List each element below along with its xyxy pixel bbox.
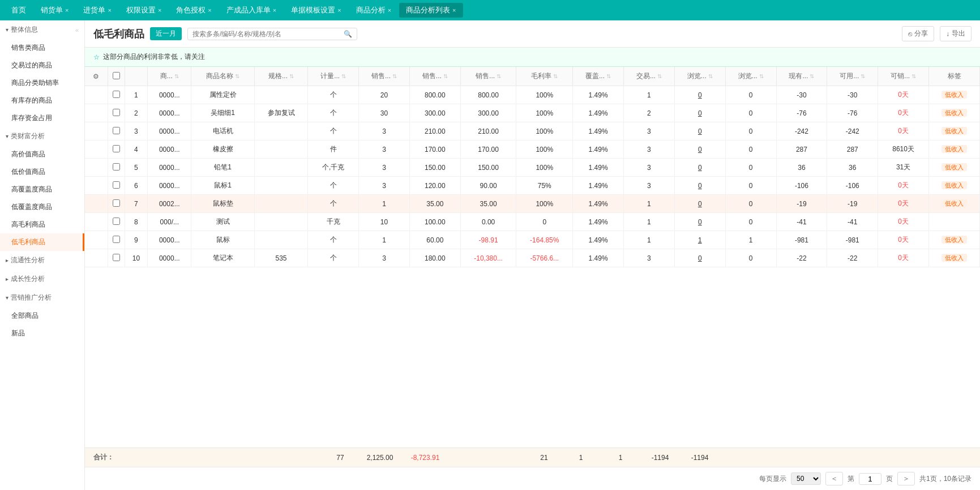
checkbox-cell[interactable]	[108, 249, 125, 267]
browse1-cell[interactable]: 0	[674, 213, 725, 231]
row-checkbox[interactable]	[113, 181, 120, 189]
export-button[interactable]: ↓ 导出	[940, 26, 972, 41]
col-header-name[interactable]: 商品名称⇅	[191, 67, 255, 86]
nav-purchase-order[interactable]: 进货单 ×	[76, 3, 118, 18]
sidebar-group-overall[interactable]: ▾ 整体信息 «	[0, 20, 84, 39]
prev-page-button[interactable]: ＜	[825, 472, 843, 485]
sidebar-group-growth[interactable]: ▸ 成长性分析	[0, 270, 84, 288]
nav-home[interactable]: 首页	[5, 3, 33, 18]
search-icon[interactable]: 🔍	[344, 30, 352, 38]
checkbox-cell[interactable]	[108, 231, 125, 249]
close-icon[interactable]: ×	[452, 7, 456, 14]
checkbox-cell[interactable]	[108, 86, 125, 104]
sidebar-item-capital-usage[interactable]: 库存资金占用	[0, 109, 84, 127]
col-header-spec[interactable]: 规格...⇅	[254, 67, 307, 86]
col-header-days[interactable]: 可销...⇅	[878, 67, 929, 86]
browse1-cell[interactable]: 0	[674, 159, 725, 177]
checkbox-cell[interactable]	[108, 159, 125, 177]
checkbox-cell[interactable]	[108, 177, 125, 195]
filter-recent-month-button[interactable]: 近一月	[150, 27, 182, 40]
checkbox-cell[interactable]	[108, 140, 125, 159]
col-header-gross-rate[interactable]: 毛利率⇅	[516, 67, 573, 86]
row-checkbox[interactable]	[113, 163, 120, 171]
col-header-sales-profit[interactable]: 销售...⇅	[460, 67, 516, 86]
col-header-transactions[interactable]: 交易...⇅	[623, 67, 674, 86]
sidebar-item-high-margin[interactable]: 高毛利商品	[0, 216, 84, 233]
browse1-cell[interactable]: 0	[674, 177, 725, 195]
sidebar-item-low-coverage[interactable]: 低覆盖度商品	[0, 198, 84, 216]
settings-cell	[85, 159, 108, 177]
browse1-cell[interactable]: 0	[674, 122, 725, 140]
sidebar-item-stocked-goods[interactable]: 有库存的商品	[0, 92, 84, 109]
sidebar-item-sales-goods[interactable]: 销售类商品	[0, 39, 84, 57]
sidebar-item-high-value[interactable]: 高价值商品	[0, 146, 84, 163]
row-checkbox[interactable]	[113, 127, 120, 134]
low-income-tag: 低收入	[942, 91, 967, 99]
sidebar-group-liquidity[interactable]: ▸ 流通性分析	[0, 251, 84, 270]
close-icon[interactable]: ×	[273, 7, 276, 14]
browse1-cell[interactable]: 0	[674, 86, 725, 104]
settings-column-header[interactable]: ⚙	[85, 67, 108, 86]
collapse-icon[interactable]: «	[75, 27, 79, 33]
checkbox-cell[interactable]	[108, 195, 125, 213]
code-cell: 000/...	[148, 213, 191, 231]
sidebar-item-all-goods[interactable]: 全部商品	[0, 307, 84, 325]
row-checkbox[interactable]	[113, 236, 120, 243]
close-icon[interactable]: ×	[388, 7, 391, 14]
col-header-browse1[interactable]: 浏览...⇅	[674, 67, 725, 86]
row-checkbox[interactable]	[113, 109, 120, 116]
sidebar-group-wealth[interactable]: ▾ 类财富分析	[0, 127, 84, 146]
checkbox-cell[interactable]	[108, 104, 125, 122]
days-cell: 0天	[878, 104, 929, 122]
close-icon[interactable]: ×	[337, 7, 341, 14]
checkbox-cell[interactable]	[108, 122, 125, 140]
close-icon[interactable]: ×	[158, 7, 161, 14]
col-header-stock-now[interactable]: 现有...⇅	[776, 67, 827, 86]
nav-product-inbound[interactable]: 产成品入库单 ×	[220, 3, 283, 18]
next-page-button[interactable]: ＞	[897, 472, 915, 485]
row-checkbox[interactable]	[113, 218, 120, 225]
share-icon: ⎋	[908, 30, 912, 38]
row-checkbox[interactable]	[113, 91, 120, 98]
per-page-select[interactable]: 50 100 200	[791, 472, 821, 485]
col-header-sales-qty[interactable]: 销售...⇅	[359, 67, 410, 86]
col-header-coverage[interactable]: 覆盖...⇅	[573, 67, 624, 86]
nav-product-analysis[interactable]: 商品分析 ×	[349, 3, 398, 18]
row-checkbox[interactable]	[113, 145, 120, 152]
col-header-browse2[interactable]: 浏览...⇅	[725, 67, 776, 86]
browse1-cell[interactable]: 0	[674, 249, 725, 267]
sidebar-item-new-goods[interactable]: 新品	[0, 325, 84, 342]
share-button[interactable]: ⎋ 分享	[902, 26, 934, 41]
close-icon[interactable]: ×	[208, 7, 211, 14]
sidebar-group-marketing[interactable]: ▾ 营销推广分析	[0, 288, 84, 307]
select-all-checkbox[interactable]	[113, 72, 120, 79]
sidebar-item-traded-goods[interactable]: 交易过的商品	[0, 57, 84, 74]
browse1-cell[interactable]: 1	[674, 231, 725, 249]
close-icon[interactable]: ×	[65, 7, 69, 14]
col-header-sales-amt[interactable]: 销售...⇅	[409, 67, 460, 86]
checkbox-cell[interactable]	[108, 213, 125, 231]
col-header-unit[interactable]: 计量...⇅	[308, 67, 359, 86]
sidebar-item-high-coverage[interactable]: 高覆盖度商品	[0, 181, 84, 198]
browse1-cell[interactable]: 0	[674, 140, 725, 159]
nav-template-settings[interactable]: 单据模板设置 ×	[284, 3, 348, 18]
nav-permission-settings[interactable]: 权限设置 ×	[119, 3, 168, 18]
browse1-cell[interactable]: 0	[674, 195, 725, 213]
nav-sales-order[interactable]: 销货单 ×	[34, 3, 75, 18]
page-number-input[interactable]	[859, 473, 881, 485]
col-header-code[interactable]: 商...⇅	[148, 67, 191, 86]
footer-label: 合计：	[93, 453, 114, 462]
nav-product-analysis-list[interactable]: 商品分析列表 ×	[399, 3, 463, 18]
checkbox-column-header[interactable]	[108, 67, 125, 86]
row-checkbox[interactable]	[113, 254, 120, 261]
code-cell: 0000...	[148, 231, 191, 249]
browse1-cell[interactable]: 0	[674, 104, 725, 122]
nav-role-auth[interactable]: 角色授权 ×	[169, 3, 218, 18]
sidebar-item-category-rate[interactable]: 商品分类助销率	[0, 74, 84, 92]
row-checkbox[interactable]	[113, 199, 120, 207]
sidebar-item-low-margin[interactable]: 低毛利商品	[0, 233, 84, 251]
col-header-stock-avail[interactable]: 可用...⇅	[827, 67, 878, 86]
search-input[interactable]	[192, 30, 341, 38]
sidebar-item-low-value[interactable]: 低价值商品	[0, 163, 84, 181]
close-icon[interactable]: ×	[108, 7, 111, 14]
